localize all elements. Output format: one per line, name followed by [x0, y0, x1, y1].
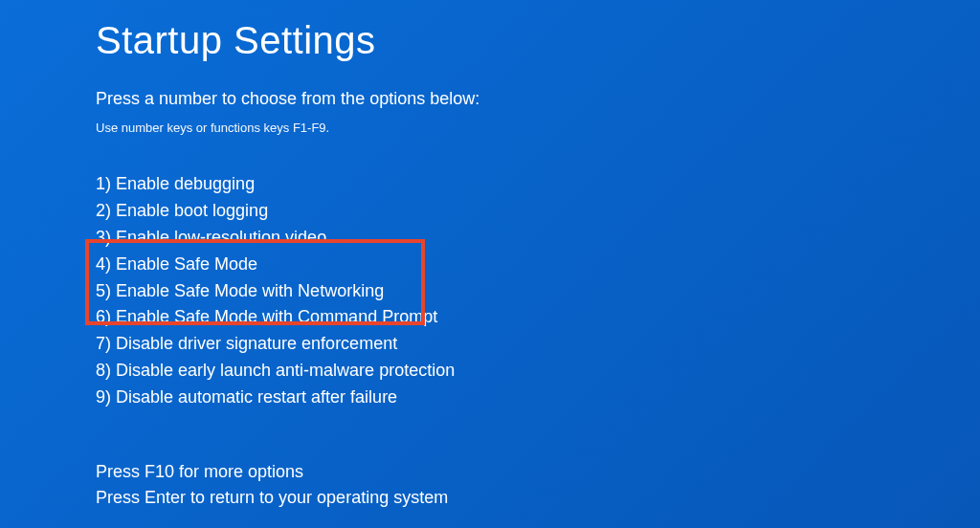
option-1-debugging[interactable]: 1) Enable debugging	[96, 171, 980, 198]
options-list: 1) Enable debugging 2) Enable boot loggi…	[96, 171, 980, 411]
option-2-boot-logging[interactable]: 2) Enable boot logging	[96, 198, 980, 225]
option-3-low-resolution[interactable]: 3) Enable low-resolution video	[96, 225, 980, 252]
footer-more-options: Press F10 for more options	[96, 459, 980, 485]
option-5-safe-mode-networking[interactable]: 5) Enable Safe Mode with Networking	[96, 278, 980, 305]
instruction-text: Press a number to choose from the option…	[96, 89, 980, 109]
subinstruction-text: Use number keys or functions keys F1-F9.	[96, 121, 980, 135]
page-title: Startup Settings	[96, 19, 980, 62]
footer-return: Press Enter to return to your operating …	[96, 485, 980, 511]
option-8-disable-anti-malware[interactable]: 8) Disable early launch anti-malware pro…	[96, 358, 980, 385]
option-9-disable-auto-restart[interactable]: 9) Disable automatic restart after failu…	[96, 385, 980, 411]
footer: Press F10 for more options Press Enter t…	[96, 459, 980, 511]
option-6-safe-mode-command-prompt[interactable]: 6) Enable Safe Mode with Command Prompt	[96, 304, 980, 331]
option-4-safe-mode[interactable]: 4) Enable Safe Mode	[96, 252, 980, 278]
option-7-disable-driver-signature[interactable]: 7) Disable driver signature enforcement	[96, 331, 980, 358]
